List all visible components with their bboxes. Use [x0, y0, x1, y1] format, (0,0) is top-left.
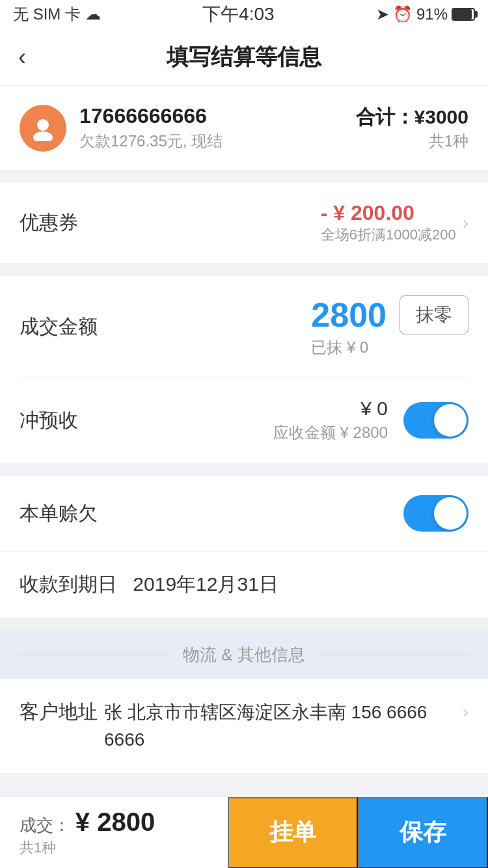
address-label: 客户地址 [20, 699, 98, 726]
page-title: 填写结算等信息 [167, 42, 321, 72]
total-count: 共1种 [356, 131, 468, 152]
address-section: 客户地址 张 北京市市辖区海淀区永丰南 156 6666 6666 › [0, 679, 488, 773]
toggle-knob [434, 404, 467, 437]
address-value: 张 北京市市辖区海淀区永丰南 156 6666 6666 [104, 699, 456, 753]
amount-row: 成交金额 2800 已抹 ¥ 0 抹零 [20, 276, 468, 378]
bottom-deal-label: 成交： [20, 815, 70, 835]
due-date-value: 2019年12月31日 [133, 573, 278, 595]
customer-phone: 17666666666 [79, 104, 223, 128]
prepay-row: 冲预收 ¥ 0 应收金额 ¥ 2800 [20, 378, 468, 463]
debt-row: 本单赊欠 [0, 476, 488, 552]
separator-section: 物流 & 其他信息 [0, 631, 488, 679]
customer-subtitle: 欠款1276.35元, 现结 [79, 131, 223, 152]
back-button[interactable]: ‹ [18, 44, 26, 71]
coupon-row[interactable]: 优惠券 - ¥ 200.00 全场6折满1000减200 › [0, 183, 488, 263]
debt-section: 本单赊欠 收款到期日 2019年12月31日 [0, 476, 488, 617]
alarm-icon: ⏰ [393, 5, 413, 23]
amount-value: 2800 [311, 295, 386, 334]
customer-right: 合计：¥3000 共1种 [356, 104, 468, 152]
svg-point-0 [37, 119, 49, 131]
save-button[interactable]: 保存 [358, 797, 488, 869]
due-date-label: 收款到期日 2019年12月31日 [20, 571, 278, 598]
due-date-row: 收款到期日 2019年12月31日 [0, 552, 488, 617]
separator-text: 物流 & 其他信息 [183, 644, 305, 666]
coupon-description: 全场6折满1000减200 [321, 225, 456, 245]
amount-label: 成交金额 [20, 314, 98, 340]
amount-section: 成交金额 2800 已抹 ¥ 0 抹零 冲预收 ¥ 0 应收金额 ¥ 2800 [0, 276, 488, 463]
status-time: 下午4:03 [202, 2, 275, 27]
amount-right: 2800 已抹 ¥ 0 抹零 [311, 295, 468, 358]
battery-label: 91% [416, 5, 448, 23]
separator-line-left [20, 655, 170, 655]
coupon-label: 优惠券 [20, 210, 78, 236]
sim-label: 无 SIM 卡 ☁ [13, 4, 101, 25]
debt-toggle-knob [434, 497, 467, 530]
nav-bar: ‹ 填写结算等信息 [0, 29, 488, 86]
debt-toggle[interactable] [403, 495, 468, 532]
battery-icon [452, 8, 475, 21]
prepay-label: 冲预收 [20, 407, 78, 434]
hang-button[interactable]: 挂单 [228, 797, 358, 869]
bottom-amount: ¥ 2800 [75, 807, 155, 836]
address-row[interactable]: 客户地址 张 北京市市辖区海淀区永丰南 156 6666 6666 › [0, 679, 488, 773]
content-area: 17666666666 欠款1276.35元, 现结 合计：¥3000 共1种 … [0, 86, 488, 868]
customer-info: 17666666666 欠款1276.35元, 现结 [79, 104, 223, 152]
debt-label: 本单赊欠 [20, 500, 98, 527]
coupon-chevron-icon: › [463, 213, 468, 234]
amount-sub: 已抹 ¥ 0 [311, 337, 386, 358]
round-button[interactable]: 抹零 [400, 295, 468, 334]
coupon-section: 优惠券 - ¥ 200.00 全场6折满1000减200 › [0, 183, 488, 263]
svg-point-1 [33, 131, 53, 141]
coupon-right: - ¥ 200.00 全场6折满1000减200 › [321, 201, 468, 245]
total-amount: 合计：¥3000 [356, 104, 468, 131]
status-bar: 无 SIM 卡 ☁ 下午4:03 ➤ ⏰ 91% [0, 0, 488, 29]
prepay-value: ¥ 0 [273, 398, 388, 420]
prepay-toggle[interactable] [403, 402, 468, 439]
avatar [20, 105, 66, 152]
status-left: 无 SIM 卡 ☁ [13, 4, 101, 25]
status-right: ➤ ⏰ 91% [376, 5, 475, 23]
bottom-left: 成交： ¥ 2800 共1种 [0, 807, 228, 858]
coupon-discount: - ¥ 200.00 [321, 201, 456, 225]
location-icon: ➤ [376, 5, 389, 23]
separator-line-right [318, 655, 468, 655]
address-chevron-icon: › [463, 701, 468, 722]
bottom-count: 共1种 [20, 838, 208, 858]
prepay-sub: 应收金额 ¥ 2800 [273, 422, 388, 443]
customer-left: 17666666666 欠款1276.35元, 现结 [20, 104, 223, 152]
bottom-bar: 成交： ¥ 2800 共1种 挂单 保存 [0, 796, 488, 868]
customer-card: 17666666666 欠款1276.35元, 现结 合计：¥3000 共1种 [0, 86, 488, 170]
